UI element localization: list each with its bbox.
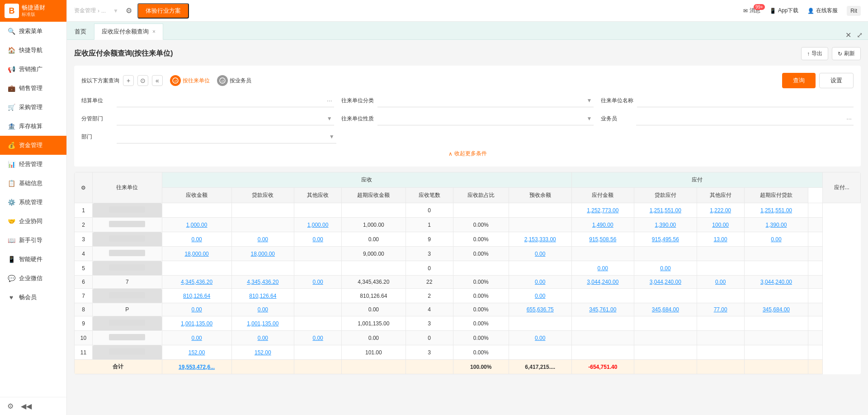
sidebar-item-inventory[interactable]: 🏦 库存核算 — [0, 117, 66, 136]
summary-ar-amount[interactable]: 19,553,472,6... — [162, 360, 231, 374]
row-loan-payable[interactable]: 3,044,240.00 — [634, 276, 697, 289]
dept-arrow-icon[interactable]: ▼ — [325, 115, 334, 122]
row-other-ap[interactable]: 0.00 — [697, 276, 744, 289]
row-ar-amount[interactable]: 4,345,436.20 — [162, 276, 231, 289]
sidebar-item-marketing[interactable]: 📢 营销推广 — [0, 60, 66, 79]
sidebar-item-guide[interactable]: 📖 新手引导 — [0, 231, 66, 250]
row-overdue-ap[interactable]: 1,390.00 — [744, 218, 808, 232]
row-other-ap[interactable]: 1,222.00 — [697, 203, 744, 218]
table-settings-icon[interactable]: ⚙ — [81, 185, 86, 191]
unit-category-input[interactable] — [377, 97, 585, 104]
settings-bottom-icon[interactable]: ⚙ — [7, 402, 14, 410]
settlement-unit-input[interactable] — [117, 94, 325, 107]
row-other-ar[interactable]: 0.00 — [294, 232, 342, 247]
row-other-ap[interactable]: 13.00 — [697, 232, 744, 247]
row-loan-receivable[interactable]: 0.00 — [231, 331, 294, 345]
row-ar-amount[interactable]: 152.00 — [162, 345, 231, 360]
row-overdue-ap[interactable]: 345,684.00 — [744, 303, 808, 316]
unit-nature-arrow-icon[interactable]: ▼ — [585, 115, 594, 122]
query-button[interactable]: 查询 — [782, 73, 816, 88]
sidebar-item-system[interactable]: ⚙️ 系统管理 — [0, 193, 66, 212]
row-overdue-ap[interactable]: 1,251,551.00 — [744, 203, 808, 218]
department-arrow-icon[interactable]: ▼ — [327, 134, 336, 140]
row-overdue-ap[interactable]: 0.00 — [744, 232, 808, 247]
sidebar-item-search[interactable]: 🔍 搜索菜单 — [0, 22, 66, 41]
row-advance[interactable]: 2,153,333.00 — [509, 232, 571, 247]
row-ap-amount[interactable]: 915,508.56 — [571, 232, 634, 247]
row-ar-amount[interactable]: 1,001,135.00 — [162, 316, 231, 331]
row-loan-receivable[interactable]: 152.00 — [231, 345, 294, 360]
promo-button[interactable]: 体验行业方案 — [137, 3, 189, 19]
row-advance[interactable]: 0.00 — [509, 331, 571, 345]
sidebar-item-basic[interactable]: 📋 基础信息 — [0, 174, 66, 193]
row-ap-amount[interactable]: 345,761.00 — [571, 303, 634, 316]
row-ar-amount[interactable]: 18,000.00 — [162, 247, 231, 261]
row-other-ar[interactable]: 1,000.00 — [294, 218, 342, 232]
row-loan-payable[interactable]: 1,251,551.00 — [634, 203, 697, 218]
unit-category-arrow-icon[interactable]: ▼ — [585, 97, 594, 104]
row-loan-payable[interactable]: 345,684.00 — [634, 303, 697, 316]
row-other-ar[interactable]: 0.00 — [294, 276, 342, 289]
sidebar-item-vip[interactable]: ♥ 畅会员 — [0, 288, 66, 307]
row-ar-amount[interactable]: 0.00 — [162, 232, 231, 247]
sidebar-item-wechat[interactable]: 💬 企业微信 — [0, 269, 66, 288]
tab-close-icon[interactable]: × — [152, 29, 156, 35]
online-service-button[interactable]: 👤 在线客服 — [807, 7, 838, 14]
row-advance[interactable]: 655,636.75 — [509, 303, 571, 316]
scheme-salesman-item[interactable]: ↺ 按业务员 — [217, 75, 251, 86]
row-loan-payable[interactable]: 0.00 — [634, 261, 697, 276]
gear-icon[interactable]: ⚙ — [126, 6, 132, 15]
row-loan-payable[interactable]: 915,495.56 — [634, 232, 697, 247]
tab-close-all-icon[interactable]: ✕ — [845, 31, 851, 39]
row-ar-amount[interactable]: 0.00 — [162, 331, 231, 345]
row-loan-receivable[interactable]: 0.00 — [231, 303, 294, 316]
collapse-icon[interactable]: ◀◀ — [21, 402, 32, 410]
tab-arbalance[interactable]: 应收应付余额查询 × — [94, 24, 163, 40]
row-other-ar[interactable]: 0.00 — [294, 331, 342, 345]
sidebar-item-finance[interactable]: 💰 资金管理 — [0, 136, 66, 155]
sidebar-item-purchase[interactable]: 🛒 采购管理 — [0, 98, 66, 117]
filter-settings-button[interactable]: ⊙ — [137, 75, 148, 86]
row-ar-amount[interactable]: 810,126.64 — [162, 289, 231, 303]
collapse-bar[interactable]: ∧ 收起更多条件 — [81, 148, 854, 159]
refresh-button[interactable]: ↻ 刷新 — [832, 47, 861, 60]
row-ar-amount[interactable]: 0.00 — [162, 303, 231, 316]
unit-nature-input[interactable] — [377, 115, 585, 122]
sidebar-item-corp[interactable]: 🤝 企业协同 — [0, 212, 66, 231]
row-other-ap[interactable]: 100.00 — [697, 218, 744, 232]
row-loan-receivable[interactable]: 810,126.64 — [231, 289, 294, 303]
message-button[interactable]: ✉ 消息 99+ — [743, 7, 760, 14]
row-ap-amount[interactable]: 1,490.00 — [571, 218, 634, 232]
row-advance[interactable]: 0.00 — [509, 276, 571, 289]
row-loan-receivable[interactable]: 4,345,436.20 — [231, 276, 294, 289]
department-input[interactable] — [117, 134, 327, 140]
settings-button[interactable]: 设置 — [819, 73, 854, 88]
row-ap-amount[interactable]: 3,044,240.00 — [571, 276, 634, 289]
tab-fullscreen-icon[interactable]: ⤢ — [857, 31, 863, 39]
row-loan-receivable[interactable]: 1,001,135.00 — [231, 316, 294, 331]
row-overdue-ap[interactable]: 3,044,240.00 — [744, 276, 808, 289]
sidebar-item-quicknav[interactable]: 🏠 快捷导航 — [0, 41, 66, 60]
scheme-unit-item[interactable]: ↺ 按往来单位 — [170, 75, 210, 86]
tab-home[interactable]: 首页 — [67, 23, 94, 39]
filter-collapse-button[interactable]: « — [152, 75, 163, 86]
row-advance[interactable]: 0.00 — [509, 247, 571, 261]
row-loan-receivable[interactable]: 18,000.00 — [231, 247, 294, 261]
unit-name-input[interactable] — [637, 94, 854, 107]
dept-input[interactable] — [117, 115, 325, 122]
row-ar-amount[interactable]: 1,000.00 — [162, 218, 231, 232]
sidebar-item-sales[interactable]: 💼 销售管理 — [0, 79, 66, 98]
settlement-dots-icon[interactable]: ··· — [325, 97, 334, 104]
row-advance[interactable]: 0.00 — [509, 289, 571, 303]
row-other-ap[interactable]: 77.00 — [697, 303, 744, 316]
app-download-button[interactable]: 📱 App下载 — [769, 7, 798, 14]
sidebar-item-operation[interactable]: 📊 经营管理 — [0, 155, 66, 174]
sidebar-item-hardware[interactable]: 📱 智能硬件 — [0, 250, 66, 269]
row-loan-receivable[interactable]: 0.00 — [231, 232, 294, 247]
salesman-input[interactable] — [636, 115, 844, 122]
export-button[interactable]: ↑ 导出 — [801, 47, 828, 60]
row-ap-amount[interactable]: 0.00 — [571, 261, 634, 276]
user-menu[interactable]: Rit — [847, 6, 861, 16]
filter-add-button[interactable]: + — [123, 75, 134, 86]
row-loan-payable[interactable]: 1,390.00 — [634, 218, 697, 232]
